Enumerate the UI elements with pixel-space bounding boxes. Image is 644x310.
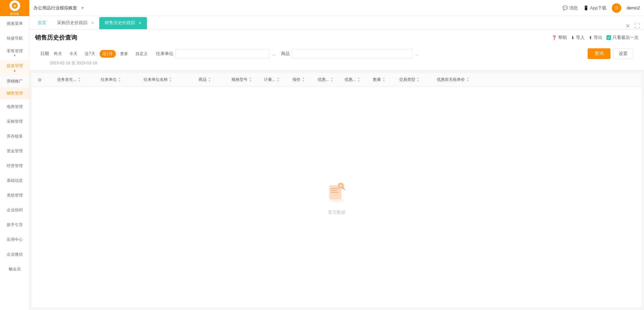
th-partner-name-sort: ▲▼ — [169, 77, 172, 83]
empty-text: 暂无数据 — [328, 209, 345, 215]
query-button[interactable]: 查询 — [588, 48, 610, 59]
date-btn-1month[interactable]: 近1月 — [100, 50, 116, 58]
th-quote[interactable]: 报价 ▲▼ — [285, 77, 312, 83]
export-button[interactable]: ⬆ 导出 — [589, 35, 602, 41]
sidebar-item-enterprise[interactable]: 企业协同 — [0, 203, 29, 217]
date-btn-more[interactable]: 更多 — [117, 50, 131, 58]
th-product[interactable]: 商品 ▲▼ — [184, 77, 225, 83]
svg-text:好: 好 — [13, 4, 16, 8]
th-pretax-price-sort: ▲▼ — [467, 77, 469, 83]
th-product-sort: ▲▼ — [208, 77, 211, 83]
app-download-button[interactable]: 📱 App下载 — [583, 5, 606, 11]
tab-home[interactable]: 首页 — [32, 17, 52, 29]
th-partner-code-sort: ▲▼ — [118, 77, 121, 83]
logo-icon: 好 — [9, 0, 20, 11]
partner-input[interactable] — [175, 49, 269, 58]
sidebar-item-member[interactable]: 畅会员 — [0, 262, 29, 276]
tab-sales-history[interactable]: 销售历史价跟踪 ✕ — [99, 17, 147, 29]
th-biz-date-sort: ▲▼ — [78, 77, 81, 83]
settings-button[interactable]: 设置 — [613, 48, 633, 59]
sidebar-item-operation[interactable]: 经营管理 — [0, 158, 29, 173]
topbar-right: 💬 消息 📱 App下载 D demo2 — [562, 3, 640, 13]
main-area: 办公用品行业模拟账套 ▾ 💬 消息 📱 App下载 D demo2 首页 采购历… — [30, 0, 644, 310]
sidebar-item-wholesale[interactable]: 批发管理 ▲ — [0, 60, 29, 75]
import-button[interactable]: ⬇ 导入 — [571, 35, 585, 41]
sidebar-item-purchase[interactable]: 采购管理 — [0, 114, 29, 129]
table-settings-icon[interactable]: ⚙ — [38, 77, 42, 83]
username-label[interactable]: demo2 — [627, 5, 640, 10]
th-trade-type[interactable]: 交易类型 ▲▼ — [392, 77, 426, 83]
topbar: 办公用品行业模拟账套 ▾ 💬 消息 📱 App下载 D demo2 — [30, 0, 644, 16]
th-quantity[interactable]: 数量 ▲▼ — [366, 77, 392, 83]
sidebar-item-wechat[interactable]: 企业微信 — [0, 247, 29, 262]
topbar-left: 办公用品行业模拟账套 ▾ — [34, 5, 85, 11]
table-container: ⚙ 业务发生... ▲▼ 往来单位 ▲▼ 往来单位名称 ▲▼ 商品 ▲▼ — [32, 73, 641, 307]
avatar[interactable]: D — [612, 3, 621, 13]
sidebar-item-sales-mgmt[interactable]: 销售管理 — [0, 87, 29, 99]
table-body: 暂无数据 — [32, 87, 641, 307]
th-settings[interactable]: ⚙ — [32, 77, 47, 83]
date-btn-custom[interactable]: 自定义 — [132, 50, 151, 58]
th-partner-code[interactable]: 往来单位 ▲▼ — [91, 77, 131, 83]
tab-sales-history-close[interactable]: ✕ — [139, 21, 142, 25]
sidebar-item-basic-info[interactable]: 基础信息 — [0, 173, 29, 188]
svg-rect-8 — [331, 192, 339, 193]
tab-purchase-history[interactable]: 采购历史价跟踪 ✕ — [52, 17, 99, 29]
export-icon: ⬆ — [589, 35, 592, 40]
th-discount2-sort: ▲▼ — [358, 77, 360, 83]
date-range-display: 2023-02-18 至 2023-03-18 — [50, 61, 97, 65]
sidebar-item-search[interactable]: 搜索菜单 — [0, 16, 29, 31]
import-icon: ⬇ — [571, 35, 575, 40]
sidebar-item-retail[interactable]: 零售管理 ▼ — [0, 46, 29, 60]
date-btn-today[interactable]: 今天 — [66, 50, 80, 58]
sidebar-item-marketing[interactable]: 营销推广 — [0, 75, 29, 87]
sidebar-item-quick-nav[interactable]: 快捷导航 — [0, 31, 29, 46]
th-discount2[interactable]: 优惠... ▲▼ — [339, 77, 366, 83]
date-btn-group: 昨天 今天 近7天 近1月 更多 自定义 — [51, 50, 151, 58]
th-quote-sort: ▲▼ — [302, 77, 305, 83]
tab-collapse-icon[interactable]: ✕ — [626, 23, 630, 29]
only-last-checkbox[interactable]: 只看最后一次 — [606, 35, 639, 41]
sidebar-item-finance[interactable]: 资金管理 — [0, 144, 29, 158]
sidebar-item-system[interactable]: 系统管理 — [0, 188, 29, 203]
svg-text:D: D — [615, 6, 618, 10]
tab-bar: 首页 采购历史价跟踪 ✕ 销售历史价跟踪 ✕ ✕ ⛶ — [30, 16, 644, 30]
tab-purchase-history-close[interactable]: ✕ — [91, 21, 94, 25]
logo-text: 标准版 — [10, 12, 19, 16]
sidebar-item-guide[interactable]: 新手引导 — [0, 217, 29, 232]
th-discount1-sort: ▲▼ — [331, 77, 333, 83]
page-title: 销售历史价查询 — [35, 34, 77, 42]
sidebar-item-ecommerce[interactable]: 电商管理 — [0, 99, 29, 114]
date-label: 日期 — [40, 51, 49, 57]
th-partner-name[interactable]: 往来单位名称 ▲▼ — [131, 77, 184, 83]
download-icon: 📱 — [583, 5, 589, 10]
th-unit[interactable]: 计量... ▲▼ — [258, 77, 285, 83]
th-quantity-sort: ▲▼ — [383, 77, 385, 83]
help-icon: ❓ — [551, 35, 557, 40]
filter-row: 日期 昨天 今天 近7天 近1月 更多 自定义 往来单位 .. — [40, 48, 633, 59]
th-spec[interactable]: 规格型号 ▲▼ — [225, 77, 258, 83]
th-pretax-price[interactable]: 优惠前无税单价 ▲▼ — [426, 77, 480, 83]
app-logo[interactable]: 好 标准版 — [0, 0, 29, 16]
sidebar-item-inventory[interactable]: 库存核算 — [0, 129, 29, 144]
th-biz-date[interactable]: 业务发生... ▲▼ — [47, 77, 91, 83]
tab-fullscreen-icon[interactable]: ⛶ — [635, 23, 640, 29]
partner-label: 往来单位 — [156, 51, 173, 57]
help-button[interactable]: ❓ 帮助 — [551, 35, 567, 41]
product-dots[interactable]: ... — [415, 51, 419, 56]
th-trade-type-sort: ▲▼ — [417, 77, 420, 83]
topbar-dropdown-icon[interactable]: ▾ — [80, 5, 85, 11]
date-filter: 日期 昨天 今天 近7天 近1月 更多 自定义 — [40, 50, 151, 58]
date-btn-7days[interactable]: 近7天 — [82, 50, 98, 58]
message-icon: 💬 — [562, 5, 568, 10]
page-header: 销售历史价查询 ❓ 帮助 ⬇ 导入 ⬆ 导出 — [30, 30, 644, 70]
th-discount1[interactable]: 优惠... ▲▼ — [312, 77, 339, 83]
empty-state: 暂无数据 — [323, 178, 350, 215]
topbar-title: 办公用品行业模拟账套 — [34, 5, 77, 11]
sidebar-item-app-center[interactable]: 应用中心 — [0, 232, 29, 247]
table-header: ⚙ 业务发生... ▲▼ 往来单位 ▲▼ 往来单位名称 ▲▼ 商品 ▲▼ — [32, 73, 641, 87]
message-button[interactable]: 💬 消息 — [562, 5, 578, 11]
date-btn-yesterday[interactable]: 昨天 — [51, 50, 65, 58]
product-input[interactable] — [292, 49, 413, 58]
partner-dots[interactable]: ... — [272, 51, 276, 56]
